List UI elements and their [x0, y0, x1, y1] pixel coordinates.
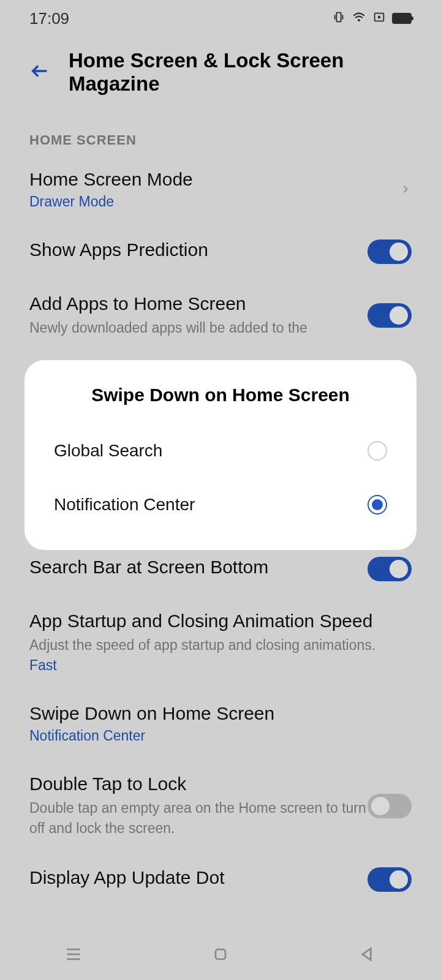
dialog-option-notification-center[interactable]: Notification Center	[24, 478, 417, 532]
nav-recent-icon[interactable]	[64, 944, 83, 967]
nav-home-icon[interactable]	[211, 944, 230, 967]
svg-rect-10	[216, 949, 225, 959]
dialog-option-global-search[interactable]: Global Search	[24, 424, 417, 478]
radio-selected-icon	[368, 495, 387, 514]
dialog-title: Swipe Down on Home Screen	[24, 385, 417, 405]
swipe-down-dialog: Swipe Down on Home Screen Global Search …	[24, 360, 417, 550]
nav-back-icon[interactable]	[358, 944, 377, 967]
nav-bar	[0, 931, 441, 980]
dialog-option-label: Notification Center	[54, 495, 195, 514]
dialog-option-label: Global Search	[54, 441, 162, 461]
svg-marker-11	[363, 949, 371, 960]
radio-unselected-icon	[368, 441, 387, 461]
